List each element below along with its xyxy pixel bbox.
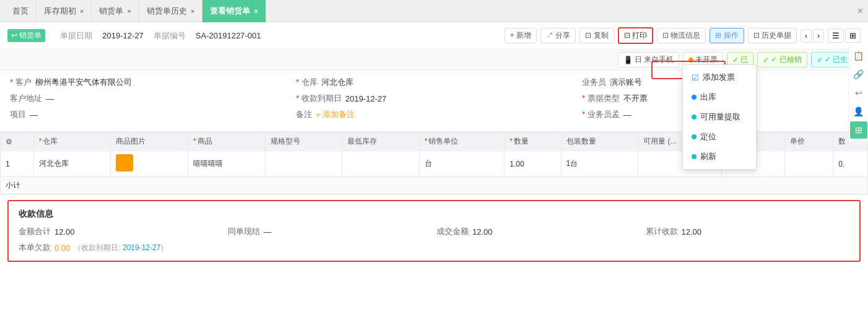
payment-item-4: 累计收款 12.00 bbox=[646, 226, 850, 237]
sold-label: ✓ 已核销 bbox=[771, 54, 801, 65]
cell-seq: 1 bbox=[1, 151, 34, 177]
main-content: 📋 🔗 ↩ 👤 ⊞ ↩ 销货单 单据日期 2019-12-27 单据编号 SA-… bbox=[0, 22, 868, 330]
check-icon: ✓ bbox=[732, 56, 739, 64]
payment-grid: 金额合计 12.00 同单现结 — 成交金额 12.00 累计收款 12.00 … bbox=[19, 226, 849, 253]
tab-inventory-close[interactable]: × bbox=[80, 7, 84, 15]
sold-button[interactable]: ✓ ✓ 已核销 bbox=[757, 52, 807, 67]
tab-view-sales-close[interactable]: × bbox=[254, 7, 258, 15]
doc-number-label: 单据编号 bbox=[154, 30, 186, 41]
col-sales-unit: *销售单位 bbox=[419, 132, 504, 151]
cell-min-stock bbox=[342, 151, 420, 177]
payment-title: 收款信息 bbox=[19, 209, 849, 220]
tab-inventory[interactable]: 库存期初 × bbox=[37, 0, 92, 22]
customer-value: 柳州粤港平安气体有限公司 bbox=[35, 77, 132, 88]
due-date-field: * 收款到期日 2019-12-27 bbox=[296, 93, 572, 104]
sidebar-icon-2[interactable]: 🔗 bbox=[850, 66, 867, 83]
dropdown-menu: ☑ 添加发票 出库 可用量提取 定位 刷新 bbox=[682, 64, 757, 170]
payment-value-3: 12.00 bbox=[472, 227, 493, 237]
tab-sales-history-label: 销货单历史 bbox=[147, 6, 187, 17]
doc-title-area: ↩ 销货单 单据日期 2019-12-27 单据编号 SA-20191227-0… bbox=[7, 29, 505, 42]
address-field: 客户地址 — bbox=[10, 93, 286, 104]
col-settings: ⚙ bbox=[1, 132, 34, 151]
grid-view-button[interactable]: ⊞ bbox=[845, 28, 861, 43]
tab-view-sales[interactable]: 查看销货单 × bbox=[202, 0, 266, 22]
sidebar-icon-5[interactable]: ⊞ bbox=[850, 121, 867, 139]
history-button[interactable]: ⊡ 历史单据 bbox=[748, 28, 797, 43]
list-view-button[interactable]: ☰ bbox=[828, 28, 844, 43]
doc-meta: 单据日期 2019-12-27 单据编号 SA-20191227-001 bbox=[60, 30, 261, 41]
doc-date-value: 2019-12-27 bbox=[102, 31, 144, 40]
tab-sales-close[interactable]: × bbox=[127, 7, 131, 15]
payment-label-5: 本单欠款 bbox=[19, 242, 51, 253]
from-phone-button[interactable]: 📱 日 来自手机 bbox=[618, 52, 679, 67]
view-icons: ☰ ⊞ bbox=[828, 28, 861, 43]
subtotal-label: 小计 bbox=[1, 177, 868, 194]
new-button[interactable]: + 新增 bbox=[505, 28, 537, 43]
warehouse-label: * 仓库 bbox=[296, 77, 318, 88]
payment-label-2: 同单现结 bbox=[228, 226, 260, 237]
payment-value-4: 12.00 bbox=[682, 227, 702, 237]
customer-label: * 客户 bbox=[10, 77, 32, 88]
tab-view-sales-label: 查看销货单 bbox=[210, 6, 250, 17]
sidebar-icon-3[interactable]: ↩ bbox=[850, 84, 867, 102]
sidebar-icon-1[interactable]: 📋 bbox=[850, 47, 867, 64]
ticket-type-value: 不开票 bbox=[623, 93, 648, 104]
payment-label-4: 累计收款 bbox=[646, 226, 678, 237]
note-field: 备注 + 添加备注 bbox=[296, 109, 572, 120]
tab-home-label: 首页 bbox=[12, 6, 28, 17]
print-button[interactable]: ⊡ 打印 bbox=[618, 27, 653, 44]
cell-amount: 0. bbox=[833, 151, 868, 177]
share-button[interactable]: ↗ 分享 bbox=[540, 28, 576, 43]
payment-item-3: 成交金额 12.00 bbox=[436, 226, 641, 237]
add-note-icon: + bbox=[316, 110, 321, 119]
tab-sales[interactable]: 销货单 × bbox=[92, 0, 139, 22]
dropdown-available-qty[interactable]: 可用量提取 bbox=[683, 107, 756, 127]
dropdown-add-invoice[interactable]: ☑ 添加发票 bbox=[683, 67, 756, 87]
cell-spec bbox=[265, 151, 342, 177]
staff-value: 演示账号 bbox=[610, 77, 642, 88]
dropdown-locate[interactable]: 定位 bbox=[683, 127, 756, 147]
payment-label-3: 成交金额 bbox=[436, 226, 469, 237]
tab-sales-history-close[interactable]: × bbox=[191, 7, 194, 15]
project-field: 项目 — bbox=[10, 109, 286, 120]
payment-value-1: 12.00 bbox=[54, 227, 75, 237]
payment-item-5: 本单欠款 0.00 （收款到期日: 2019-12-27） bbox=[19, 242, 223, 253]
locate-label: 定位 bbox=[700, 131, 716, 142]
payment-section: 收款信息 金额合计 12.00 同单现结 — 成交金额 12.00 累计收款 1… bbox=[7, 200, 861, 262]
next-button[interactable]: › bbox=[813, 29, 824, 43]
col-warehouse: *仓库 bbox=[33, 132, 111, 151]
col-package-qty: 包装数量 bbox=[561, 132, 638, 151]
doc-date-label: 单据日期 bbox=[60, 30, 92, 41]
operation-button[interactable]: ⊞ 操作 bbox=[710, 28, 744, 43]
due-date-label: * 收款到期日 bbox=[296, 93, 342, 104]
salesperson-label: * 业务员孟 bbox=[582, 109, 620, 120]
cell-product-img bbox=[111, 151, 188, 177]
col-product: *商品 bbox=[188, 132, 265, 151]
dropdown-refresh[interactable]: 刷新 bbox=[683, 147, 756, 167]
locate-dot-icon bbox=[692, 134, 697, 139]
nav-arrows: ‹ › bbox=[801, 29, 824, 43]
refresh-label: 刷新 bbox=[700, 151, 716, 162]
refresh-dot-icon bbox=[692, 154, 697, 159]
add-note-button[interactable]: + 添加备注 bbox=[316, 109, 355, 120]
copy-button[interactable]: ⊡ 复制 bbox=[579, 28, 614, 43]
warehouse-field: * 仓库 河北仓库 bbox=[296, 77, 572, 88]
from-phone-label: 日 来自手机 bbox=[635, 54, 674, 65]
payment-label-1: 金额合计 bbox=[19, 226, 51, 237]
tab-sales-history[interactable]: 销货单历史 × bbox=[139, 0, 202, 22]
dropdown-outbound[interactable]: 出库 bbox=[683, 87, 756, 107]
payment-value-5: 0.00 bbox=[54, 243, 70, 253]
logistics-button[interactable]: ⊡ 物流信息 bbox=[657, 28, 706, 43]
prev-button[interactable]: ‹ bbox=[801, 29, 812, 43]
outbound-label: 出库 bbox=[700, 92, 716, 103]
close-page-button[interactable]: × bbox=[857, 6, 863, 17]
due-date-link[interactable]: 2019-12-27 bbox=[123, 243, 160, 252]
sidebar-icon-4[interactable]: 👤 bbox=[850, 103, 867, 120]
col-min-stock: 最低库存 bbox=[342, 132, 420, 151]
cell-quantity: 1.00 bbox=[505, 151, 561, 177]
available-qty-label: 可用量提取 bbox=[700, 111, 740, 123]
cell-unit-price bbox=[784, 151, 833, 177]
tab-home[interactable]: 首页 bbox=[5, 0, 37, 22]
payment-value-2: — bbox=[264, 227, 272, 237]
add-invoice-label: 添加发票 bbox=[703, 72, 735, 83]
